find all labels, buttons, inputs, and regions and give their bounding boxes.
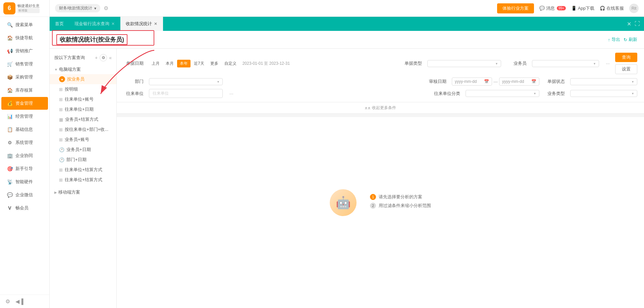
bill-type-select[interactable]: ▾: [427, 60, 501, 67]
tree-item-label: 往来单位+结算方式: [65, 167, 102, 173]
collapse-btn: ∧∧ 收起更多条件: [365, 105, 396, 111]
tree-item-by-detail[interactable]: ⊞ 按明细: [50, 84, 116, 94]
dept-select[interactable]: ▾: [149, 78, 223, 85]
filter-row-1: 单据日期 上月 本月 本年 近7天 更多 自定义 2023-01-01 至 20…: [123, 53, 637, 74]
tab-receipt-label: 收款情况统计: [126, 21, 152, 27]
export-button[interactable]: ↑ 导出: [608, 37, 621, 43]
sidebar-item-operation[interactable]: 📊 经营管理: [1, 110, 48, 123]
add-scheme-icon[interactable]: +: [95, 55, 98, 60]
panel-header-icons: + ⚙ «: [95, 54, 112, 61]
collapse-bar[interactable]: ∧∧ 收起更多条件: [117, 102, 644, 114]
tab-bank-close[interactable]: ✕: [111, 21, 115, 26]
tree-parent-label: 电脑端方案: [59, 66, 81, 72]
sidebar-item-guide[interactable]: 🎯 新手引导: [1, 162, 48, 175]
online-service-label: 在线客服: [606, 5, 624, 11]
online-service-button[interactable]: 🎧 在线客服: [600, 5, 624, 11]
tab-home[interactable]: 首页: [50, 21, 69, 27]
hardware-icon: 📡: [7, 179, 13, 185]
collapse-panel-icon[interactable]: «: [109, 55, 112, 60]
sidebar-item-quick-nav[interactable]: 🏠 快捷导航: [1, 32, 48, 44]
dept-label: 部门: [123, 79, 144, 85]
date-tab-this-year[interactable]: 本年: [177, 60, 191, 67]
enterprise-icon: 🏢: [7, 153, 13, 158]
home-icon: 🏠: [7, 35, 13, 41]
tab-bank[interactable]: 现金银行流水查询 ✕: [69, 17, 120, 31]
tree-item-dept-date[interactable]: 🕐 部门+日期: [50, 155, 116, 165]
sidebar-item-member[interactable]: V 畅会员: [1, 202, 48, 214]
tree-arrow-pc: ▼: [54, 68, 58, 71]
sidebar-item-search[interactable]: 🔍 搜索菜单: [1, 18, 48, 31]
content-body: 按以下方案查询 + ⚙ « ▼ 电脑端方案 ● 按业务员: [50, 49, 644, 308]
scheme-settings-icon[interactable]: ⚙: [100, 54, 107, 61]
message-button[interactable]: 💬 消息 99+: [539, 5, 566, 11]
query-button[interactable]: 查询: [615, 53, 637, 62]
service-icon: 🎧: [600, 6, 605, 11]
sidebar-item-marketing[interactable]: 📢 营销推广: [1, 45, 48, 57]
sidebar-item-smart-hw[interactable]: 📡 智能硬件: [1, 175, 48, 188]
sidebar-item-purchase[interactable]: 📦 采购管理: [1, 71, 48, 84]
message-icon: 💬: [539, 6, 545, 11]
date-tab-custom[interactable]: 自定义: [222, 60, 239, 67]
partner-more-icon[interactable]: ···: [229, 91, 233, 96]
topbar-settings-icon[interactable]: ⚙: [104, 5, 108, 11]
tab-fullscreen-icon[interactable]: ⛶: [635, 21, 640, 27]
tab-receipt[interactable]: 收款情况统计 ✕: [120, 17, 163, 31]
tree-item-by-staff[interactable]: ● 按业务员: [50, 74, 116, 84]
tree-item-unit-settlement2[interactable]: ⊞ 往来单位+结算方式: [50, 175, 116, 185]
tree-parent-pc[interactable]: ▼ 电脑端方案: [50, 65, 116, 74]
sidebar-item-basic[interactable]: 📋 基础信息: [1, 123, 48, 136]
download-icon: 📱: [571, 6, 577, 11]
bill-type-arrow: ▾: [496, 62, 497, 65]
tree-item-unit-date[interactable]: ⊞ 往来单位+日期: [50, 104, 116, 114]
biz-type-select[interactable]: ▾: [570, 90, 637, 97]
review-date-end[interactable]: yyyy-mm-dd 📅: [499, 78, 539, 86]
settings-button[interactable]: 设置: [615, 64, 637, 74]
tab-receipt-close[interactable]: ✕: [154, 21, 157, 26]
message-label: 消息: [546, 5, 555, 11]
staff-select[interactable]: ▾: [532, 60, 599, 67]
mobile-section: ▶ 移动端方案: [50, 186, 116, 198]
review-date-label: 审核日期: [426, 79, 446, 85]
settings-bottom-icon[interactable]: ⚙: [5, 298, 10, 305]
app-download-button[interactable]: 📱 App下载: [571, 5, 594, 11]
user-avatar[interactable]: Rit: [629, 4, 639, 13]
refresh-button[interactable]: ↻ 刷新: [624, 37, 637, 43]
operation-icon: 📊: [7, 114, 13, 119]
review-date-start[interactable]: yyyy-mm-dd 📅: [452, 78, 492, 86]
partner-input[interactable]: 往来单位: [149, 89, 223, 98]
sidebar-item-inventory[interactable]: 🏠 库存核算: [1, 84, 48, 97]
tree-item-unit-settlement1[interactable]: ⊞ 往来单位+结算方式: [50, 165, 116, 175]
staff-settlement-icon: ▦: [59, 117, 63, 122]
trial-button[interactable]: 体验行业方案: [497, 3, 534, 13]
sidebar-item-label: 智能硬件: [15, 179, 33, 185]
step-2-num: 2: [370, 203, 376, 209]
calendar-start-icon: 📅: [484, 79, 489, 84]
dept-date-icon: 🕐: [59, 157, 64, 162]
date-tab-last-month[interactable]: 上月: [149, 60, 162, 67]
bill-status-select[interactable]: ▾: [570, 78, 637, 85]
sidebar-item-system[interactable]: ⚙ 系统管理: [1, 136, 48, 149]
sidebar-item-finance[interactable]: 💰 资金管理: [1, 97, 48, 110]
date-tab-this-month[interactable]: 本月: [163, 60, 176, 67]
sidebar-item-sales[interactable]: 🛒 销售管理: [1, 58, 48, 70]
tab-close-all-icon[interactable]: ✕: [627, 21, 631, 27]
partner-category-select[interactable]: ▾: [466, 90, 539, 97]
tab-bank-label: 现金银行流水查询: [74, 21, 109, 27]
filter-actions: 查询 设置: [615, 53, 637, 74]
date-tab-7days[interactable]: 近7天: [191, 60, 207, 67]
sidebar-item-wechat[interactable]: 💬 企业微信: [1, 189, 48, 201]
tree-arrow-mobile: ▶: [54, 191, 57, 194]
sidebar-item-label: 搜索菜单: [15, 22, 33, 28]
tree-item-staff-date[interactable]: 🕐 业务员+日期: [50, 145, 116, 155]
sidebar-item-enterprise[interactable]: 🏢 企业协同: [1, 149, 48, 162]
staff-more-icon[interactable]: ···: [606, 61, 610, 66]
panel-header: 按以下方案查询 + ⚙ «: [50, 52, 116, 63]
staff-date-icon: 🕐: [59, 147, 64, 152]
tree-item-staff-settlement[interactable]: ▦ 业务员+结算方式: [50, 114, 116, 124]
tree-item-unit-account[interactable]: ⊞ 往来单位+账号: [50, 94, 116, 104]
tree-parent-mobile[interactable]: ▶ 移动端方案: [50, 188, 116, 197]
tree-item-unit-dept[interactable]: ⊞ 按往来单位+部门+收...: [50, 124, 116, 135]
collapse-sidebar-icon[interactable]: ◀▐: [15, 298, 23, 305]
tree-item-staff-account[interactable]: ⊞ 业务员+账号: [50, 135, 116, 145]
date-tab-more[interactable]: 更多: [208, 60, 221, 67]
